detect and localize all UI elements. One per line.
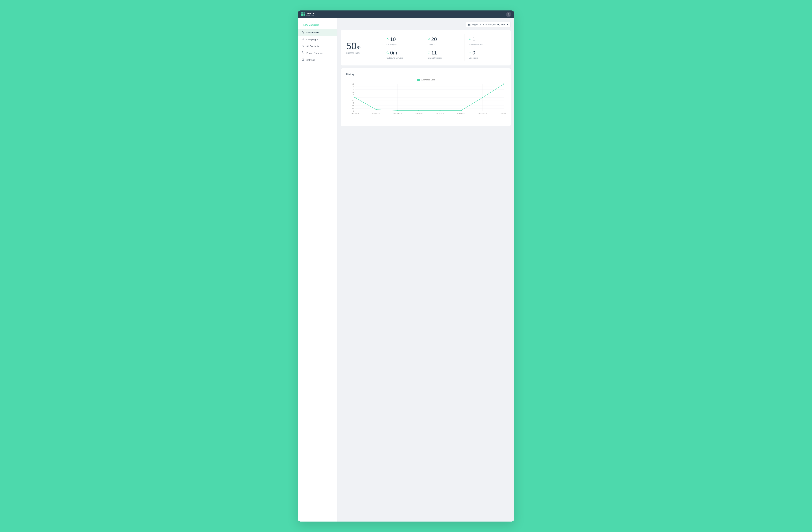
- logo-text: JustCall AutoDialer: [306, 12, 315, 17]
- campaigns-icon: [301, 38, 305, 41]
- svg-rect-4: [303, 39, 304, 40]
- dialing-value: 11: [431, 50, 437, 56]
- phone-icon: [301, 51, 305, 55]
- svg-rect-13: [428, 51, 430, 53]
- svg-text:2018-08-18: 2018-08-18: [436, 112, 444, 114]
- svg-point-17: [470, 52, 471, 53]
- svg-point-5: [302, 45, 303, 46]
- svg-text:2.0: 2.0: [352, 83, 354, 85]
- chart-point: [397, 110, 398, 111]
- svg-text:2018-08-21: 2018-08-21: [500, 112, 506, 114]
- contacts-stat-label: Contacts: [427, 43, 460, 45]
- chart-point: [439, 110, 441, 111]
- success-index-value: 50: [346, 41, 357, 51]
- svg-text:1.6: 1.6: [352, 89, 354, 90]
- chart-legend: Answered Calls: [346, 79, 506, 81]
- svg-point-0: [508, 14, 509, 14]
- svg-rect-2: [303, 38, 304, 39]
- outbound-icon: [387, 51, 389, 55]
- svg-text:1.0: 1.0: [352, 97, 354, 99]
- campaigns-label: Campaigns: [306, 38, 318, 41]
- voicemails-value: 0: [473, 50, 475, 56]
- contacts-stat-icon: [427, 38, 430, 41]
- titlebar: JustCall AutoDialer: [298, 11, 514, 18]
- legend-label: Answered Calls: [421, 79, 435, 81]
- svg-text:2018-08-15: 2018-08-15: [372, 112, 380, 114]
- phone-numbers-label: Phone Numbers: [306, 52, 323, 55]
- voicemail-icon: [469, 51, 471, 55]
- chart-point: [482, 97, 483, 98]
- app-body: + New Campaign Dashboard Campaigns All C…: [298, 18, 514, 521]
- app-logo: JustCall AutoDialer: [301, 12, 315, 17]
- contacts-icon: [301, 45, 305, 48]
- chart-point: [503, 84, 504, 85]
- outbound-label: Outbound Minutes: [387, 57, 419, 59]
- svg-text:1.8: 1.8: [352, 86, 354, 88]
- svg-text:2018-08-16: 2018-08-16: [393, 112, 402, 114]
- chart-point: [461, 110, 462, 111]
- stats-grid: 10 Campaigns 20 Contacts: [382, 34, 506, 61]
- chart-card: History Answered Calls .grid-line { stro…: [341, 68, 511, 126]
- app-name: JustCall: [306, 12, 315, 15]
- legend-color-box: [417, 79, 420, 80]
- svg-rect-1: [302, 38, 303, 39]
- new-campaign-button[interactable]: + New Campaign: [298, 22, 337, 29]
- logo-grid-icon: [301, 12, 305, 16]
- answered-calls-label: Answered Calls: [469, 43, 501, 45]
- stats-card: 50 % Success Index 10 Campa: [341, 30, 511, 65]
- chart-point: [376, 109, 377, 110]
- success-index-suffix: %: [357, 45, 361, 50]
- svg-point-16: [469, 52, 470, 53]
- sidebar-item-campaigns[interactable]: Campaigns: [298, 36, 337, 43]
- svg-text:2018-08-17: 2018-08-17: [415, 112, 423, 114]
- settings-icon: [301, 58, 305, 61]
- chart-polyline: [355, 84, 504, 110]
- svg-text:0.2: 0.2: [352, 107, 354, 109]
- chart-title: History: [346, 73, 506, 76]
- date-picker-chevron: ▼: [506, 23, 508, 26]
- answered-calls-value: 1: [473, 36, 475, 42]
- sidebar-item-settings[interactable]: Settings: [298, 57, 337, 63]
- svg-text:0.4: 0.4: [352, 105, 354, 107]
- dialing-icon: [427, 51, 430, 55]
- chart-point: [354, 97, 356, 98]
- app-subtitle: AutoDialer: [306, 15, 315, 17]
- date-range-label: August 14, 2018 - August 21, 2018: [472, 23, 505, 26]
- sidebar-item-phone-numbers[interactable]: Phone Numbers: [298, 49, 337, 57]
- dashboard-label: Dashboard: [306, 31, 319, 34]
- dashboard-icon: [301, 31, 305, 34]
- campaigns-stat-value: 10: [390, 36, 396, 42]
- svg-rect-3: [302, 39, 303, 40]
- browser-window: JustCall AutoDialer + New Campaign Dashb…: [298, 11, 514, 521]
- campaigns-stat-label: Campaigns: [387, 43, 419, 45]
- voicemails-label: Voicemails: [469, 57, 501, 59]
- svg-text:0.8: 0.8: [352, 99, 354, 101]
- outbound-value: 0m: [390, 50, 397, 56]
- settings-label: Settings: [306, 59, 315, 61]
- top-bar: August 14, 2018 - August 21, 2018 ▼: [341, 22, 511, 27]
- svg-text:2018-08-14: 2018-08-14: [351, 112, 359, 114]
- chart-area: .grid-line { stroke: #e8eaed; stroke-wid…: [346, 82, 506, 122]
- svg-text:2018-08-20: 2018-08-20: [479, 112, 487, 114]
- dialing-label: Dialing Sessions: [427, 57, 460, 59]
- stat-campaigns: 10 Campaigns: [382, 34, 423, 48]
- all-contacts-label: All Contacts: [306, 45, 319, 48]
- sidebar-item-dashboard[interactable]: Dashboard: [298, 29, 337, 36]
- svg-text:1.4: 1.4: [352, 91, 354, 93]
- date-range-picker[interactable]: August 14, 2018 - August 21, 2018 ▼: [466, 22, 511, 27]
- stat-dialing-sessions: 11 Dialing Sessions: [423, 48, 464, 61]
- sidebar-item-all-contacts[interactable]: All Contacts: [298, 43, 337, 49]
- stat-outbound-minutes: 0m Outbound Minutes: [382, 48, 423, 61]
- chart-svg: .grid-line { stroke: #e8eaed; stroke-wid…: [346, 82, 506, 118]
- stat-answered-calls: 1 Answered Calls: [464, 34, 506, 48]
- chart-point: [418, 110, 419, 111]
- success-index: 50 % Success Index: [346, 41, 382, 54]
- svg-rect-7: [469, 24, 470, 26]
- svg-text:1.2: 1.2: [352, 94, 354, 96]
- stat-voicemails: 0 Voicemails: [464, 48, 506, 61]
- contacts-stat-value: 20: [431, 36, 437, 42]
- user-avatar[interactable]: [506, 12, 511, 17]
- sidebar: + New Campaign Dashboard Campaigns All C…: [298, 18, 337, 521]
- stat-contacts: 20 Contacts: [423, 34, 464, 48]
- svg-text:2018-08-19: 2018-08-19: [457, 112, 465, 114]
